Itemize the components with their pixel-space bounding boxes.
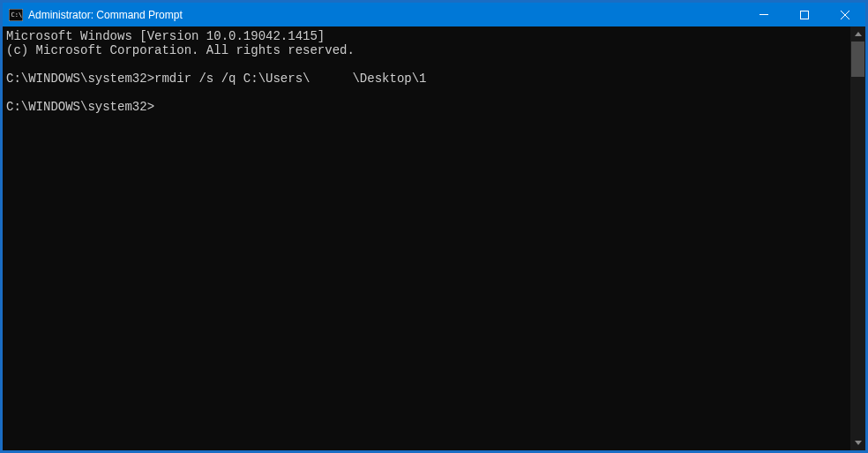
app-icon: C:\ (9, 9, 23, 21)
chevron-down-icon (855, 441, 862, 445)
svg-rect-3 (801, 11, 809, 19)
maximize-button[interactable] (784, 3, 825, 26)
scroll-thumb[interactable] (851, 42, 864, 77)
titlebar[interactable]: C:\ Administrator: Command Prompt (3, 3, 865, 26)
minimize-icon (760, 14, 768, 15)
copyright-line: (c) Microsoft Corporation. All rights re… (6, 43, 847, 57)
window-title: Administrator: Command Prompt (28, 9, 183, 21)
terminal[interactable]: Microsoft Windows [Version 10.0.19042.14… (3, 26, 850, 450)
chevron-up-icon (855, 32, 862, 36)
close-icon (841, 11, 849, 19)
blank-line (6, 57, 847, 72)
window: C:\ Administrator: Command Prompt Micros… (3, 3, 865, 450)
minimize-button[interactable] (744, 3, 784, 26)
svg-rect-2 (760, 14, 768, 15)
cmd1-part1: rmdir /s /q C:\Users\ (154, 72, 310, 86)
prompt-2: C:\WINDOWS\system32> (6, 100, 154, 114)
prompt-1: C:\WINDOWS\system32> (6, 72, 154, 86)
blank-line-2 (6, 86, 847, 100)
scroll-down-button[interactable] (850, 435, 865, 450)
close-button[interactable] (825, 3, 865, 26)
maximize-icon (800, 11, 809, 19)
svg-text:C:\: C:\ (11, 11, 23, 19)
os-version-line: Microsoft Windows [Version 10.0.19042.14… (6, 29, 847, 43)
command-line-1: C:\WINDOWS\system32>rmdir /s /q C:\Users… (6, 72, 847, 86)
vertical-scrollbar[interactable] (850, 26, 865, 450)
terminal-area: Microsoft Windows [Version 10.0.19042.14… (3, 26, 865, 450)
prompt-line-2: C:\WINDOWS\system32> (6, 100, 847, 114)
cmd1-part2: \Desktop\1 (352, 72, 426, 86)
redacted-username (310, 73, 352, 86)
scroll-up-button[interactable] (850, 26, 865, 42)
